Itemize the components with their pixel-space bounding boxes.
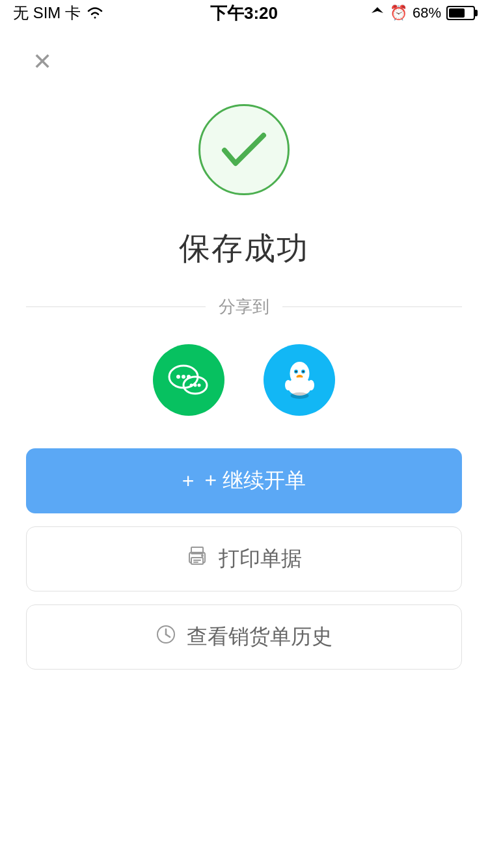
- svg-point-23: [201, 554, 204, 557]
- svg-point-11: [295, 370, 297, 372]
- plus-icon: +: [182, 469, 195, 493]
- wifi-icon: [86, 6, 104, 20]
- svg-rect-22: [193, 562, 198, 563]
- battery-percent: 68%: [413, 5, 441, 21]
- svg-point-17: [290, 392, 308, 399]
- success-section: 保存成功: [179, 104, 309, 269]
- alarm-icon: ⏰: [390, 5, 407, 21]
- svg-line-26: [166, 634, 170, 637]
- divider-right: [282, 306, 462, 307]
- close-button[interactable]: ✕: [26, 46, 59, 78]
- battery-fill: [449, 8, 465, 18]
- svg-point-1: [176, 375, 180, 379]
- history-button[interactable]: 查看销货单历史: [26, 604, 462, 670]
- continue-button[interactable]: + + 继续开单: [26, 448, 462, 513]
- status-left: 无 SIM 卡: [13, 3, 104, 23]
- svg-point-7: [197, 383, 200, 387]
- svg-point-6: [193, 383, 197, 387]
- close-icon: ✕: [33, 50, 52, 74]
- print-label: 打印单据: [219, 545, 302, 573]
- svg-point-16: [308, 380, 314, 390]
- continue-label: + 继续开单: [205, 467, 306, 495]
- status-bar: 无 SIM 卡 下午3:20 ⏰ 68%: [0, 0, 488, 26]
- success-circle: [198, 104, 290, 195]
- status-time: 下午3:20: [210, 2, 278, 25]
- history-label: 查看销货单历史: [187, 623, 332, 651]
- qq-icon: [282, 359, 318, 401]
- share-icons: [26, 344, 462, 416]
- divider-left: [26, 306, 206, 307]
- wechat-icon: [168, 362, 210, 398]
- checkmark-icon: [221, 132, 267, 168]
- no-sim-text: 无 SIM 卡: [13, 3, 81, 23]
- svg-point-5: [189, 383, 193, 387]
- status-right: ⏰ 68%: [370, 5, 475, 21]
- wechat-share-button[interactable]: [153, 344, 224, 416]
- svg-point-12: [302, 370, 304, 372]
- svg-point-2: [182, 375, 185, 379]
- location-icon: [370, 6, 385, 20]
- share-section: 分享到: [26, 295, 462, 416]
- svg-point-15: [285, 380, 291, 390]
- battery-icon: [446, 6, 475, 20]
- clock-icon: [156, 624, 176, 650]
- svg-rect-21: [193, 560, 201, 561]
- printer-icon: [186, 546, 208, 572]
- share-label: 分享到: [219, 295, 269, 318]
- qq-share-button[interactable]: [264, 344, 335, 416]
- action-buttons: + + 继续开单 打印单据: [26, 448, 462, 670]
- main-content: ✕ 保存成功 分享到: [0, 26, 488, 868]
- success-title: 保存成功: [179, 228, 309, 269]
- share-divider: 分享到: [26, 295, 462, 318]
- print-button[interactable]: 打印单据: [26, 526, 462, 591]
